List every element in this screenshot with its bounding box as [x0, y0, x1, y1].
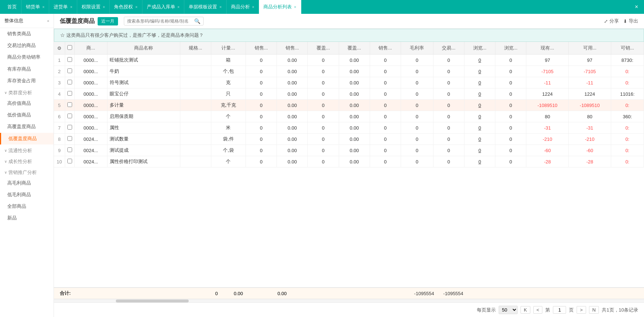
row-name[interactable]: 眼宝公仔: [107, 88, 180, 100]
col-code[interactable]: 商...: [74, 42, 107, 55]
col-cover2[interactable]: 覆盖...: [339, 42, 370, 55]
row-checkbox[interactable]: [67, 91, 72, 96]
sidebar-item-stock-funds[interactable]: 库存资金占用: [0, 75, 54, 87]
share-button[interactable]: ⤢ 分享: [604, 18, 619, 24]
row-name[interactable]: 属性价格打印测试: [107, 156, 180, 167]
nav-product-in-close[interactable]: ×: [177, 5, 180, 9]
row-checkbox[interactable]: [67, 159, 72, 163]
col-name[interactable]: 商品名称: [107, 42, 180, 55]
sidebar-item-high-value[interactable]: 高价值商品: [0, 98, 54, 109]
row-name[interactable]: 符号测试: [107, 77, 180, 88]
prev-page-button[interactable]: <: [533, 306, 543, 314]
nav-sales-close[interactable]: ×: [42, 5, 44, 9]
select-all-checkbox[interactable]: [67, 45, 72, 50]
col-available[interactable]: 可用...: [569, 42, 611, 55]
next-page-button[interactable]: >: [577, 306, 586, 314]
col-current[interactable]: 现有...: [526, 42, 569, 55]
col-view2[interactable]: 浏览...: [495, 42, 526, 55]
nav-purchase-close[interactable]: ×: [70, 5, 72, 9]
page-size-select[interactable]: 50 20 100: [499, 306, 518, 314]
scrollbar-thumb[interactable]: [116, 300, 189, 302]
row-name[interactable]: 测试提成: [107, 145, 180, 156]
time-filter-button[interactable]: 近一月: [98, 17, 118, 25]
col-saleable[interactable]: 可销...: [611, 42, 644, 55]
row-name[interactable]: 测试数量: [107, 134, 180, 145]
section-growth[interactable]: ∨ 成长性分析: [0, 155, 54, 166]
sidebar-item-category-rate[interactable]: 商品分类动销率: [0, 51, 54, 63]
nav-product-analysis[interactable]: 商品分析 ×: [227, 0, 259, 14]
search-icon[interactable]: 🔍: [194, 18, 200, 24]
last-page-button[interactable]: N: [589, 306, 599, 314]
col-trade[interactable]: 交易...: [433, 42, 464, 55]
row-spec: [180, 55, 211, 66]
search-input[interactable]: [127, 19, 193, 24]
nav-purchase[interactable]: 进货单 ×: [49, 0, 77, 14]
row-name[interactable]: 属性: [107, 122, 180, 134]
col-settings[interactable]: ⚙: [54, 42, 65, 55]
row-checkbox[interactable]: [67, 136, 72, 141]
row-view1[interactable]: 0: [464, 134, 495, 145]
first-page-button[interactable]: K: [521, 306, 530, 314]
col-sales2[interactable]: 销售...: [277, 42, 308, 55]
nav-permission-close[interactable]: ×: [103, 5, 105, 9]
col-spec[interactable]: 规格...: [180, 42, 211, 55]
nav-template[interactable]: 单据模板设置 ×: [184, 0, 226, 14]
col-unit[interactable]: 计量...: [211, 42, 246, 55]
row-view1[interactable]: 0: [464, 122, 495, 134]
row-checkbox[interactable]: [67, 147, 72, 152]
row-view1[interactable]: 0: [464, 55, 495, 66]
nav-template-close[interactable]: ×: [219, 5, 221, 9]
section-profit-flow[interactable]: ∨ 流通性分析: [0, 144, 54, 155]
settings-icon[interactable]: ⚙: [57, 45, 62, 51]
sidebar-item-all-goods[interactable]: 全部商品: [0, 201, 54, 212]
row-view1[interactable]: 0: [464, 77, 495, 88]
sidebar-item-sales-goods[interactable]: 销售类商品: [0, 28, 54, 40]
row-checkbox[interactable]: [67, 125, 72, 130]
sidebar-item-low-profit[interactable]: 低毛利商品: [0, 189, 54, 201]
row-name[interactable]: 多计量: [107, 100, 180, 111]
nav-home[interactable]: 首页: [3, 0, 21, 14]
sidebar-item-low-value[interactable]: 低价值商品: [0, 109, 54, 121]
row-view1[interactable]: 0: [464, 145, 495, 156]
row-checkbox[interactable]: [67, 57, 72, 62]
nav-analysis-close[interactable]: ×: [252, 5, 254, 9]
sidebar-collapse-icon[interactable]: «: [47, 19, 49, 23]
nav-role[interactable]: 角色授权 ×: [110, 0, 142, 14]
sidebar-item-low-coverage[interactable]: 低覆盖度商品: [0, 133, 54, 144]
row-name[interactable]: 旺铺批次测试: [107, 55, 180, 66]
sidebar-item-in-stock[interactable]: 有库存商品: [0, 63, 54, 75]
horizontal-scrollbar[interactable]: [54, 299, 644, 302]
sidebar-item-high-coverage[interactable]: 高覆盖度商品: [0, 121, 54, 132]
nav-analysis-list[interactable]: 商品分析列表 ×: [259, 0, 301, 14]
col-sales1[interactable]: 销售...: [246, 42, 276, 55]
row-view1[interactable]: 0: [464, 100, 495, 111]
row-checkbox[interactable]: [67, 80, 72, 84]
export-button[interactable]: ⬇ 导出: [623, 18, 638, 24]
col-view1[interactable]: 浏览...: [464, 42, 495, 55]
row-checkbox[interactable]: [67, 68, 72, 73]
row-view1[interactable]: 0: [464, 156, 495, 167]
sidebar-item-traded[interactable]: 交易过的商品: [0, 40, 54, 51]
sidebar-header[interactable]: 整体信息 «: [0, 14, 54, 28]
row-checkbox[interactable]: [67, 102, 72, 107]
nav-permission[interactable]: 权限设置 ×: [77, 0, 110, 14]
row-view1[interactable]: 0: [464, 111, 495, 122]
row-name[interactable]: 启用保质期: [107, 111, 180, 122]
row-name[interactable]: 牛奶: [107, 66, 180, 77]
page-number-input[interactable]: [553, 306, 566, 314]
col-cover1[interactable]: 覆盖...: [308, 42, 339, 55]
row-view1[interactable]: 0: [464, 88, 495, 100]
section-quality[interactable]: ∨ 类群度分析: [0, 87, 54, 98]
nav-role-close[interactable]: ×: [135, 5, 137, 9]
section-marketing[interactable]: ∨ 营销推广分析: [0, 166, 54, 177]
nav-sales[interactable]: 销货单 ×: [21, 0, 49, 14]
sidebar-item-high-profit[interactable]: 高毛利商品: [0, 177, 54, 189]
nav-product-in[interactable]: 产成品入库单 ×: [142, 0, 184, 14]
col-profit[interactable]: 毛利率: [401, 42, 433, 55]
row-checkbox[interactable]: [67, 114, 72, 118]
sidebar-item-new-goods[interactable]: 新品: [0, 212, 54, 224]
row-view1[interactable]: 0: [464, 66, 495, 77]
close-all-tabs[interactable]: ×: [632, 4, 641, 10]
col-sales3[interactable]: 销售...: [370, 42, 401, 55]
nav-analysis-list-close[interactable]: ×: [294, 5, 296, 9]
